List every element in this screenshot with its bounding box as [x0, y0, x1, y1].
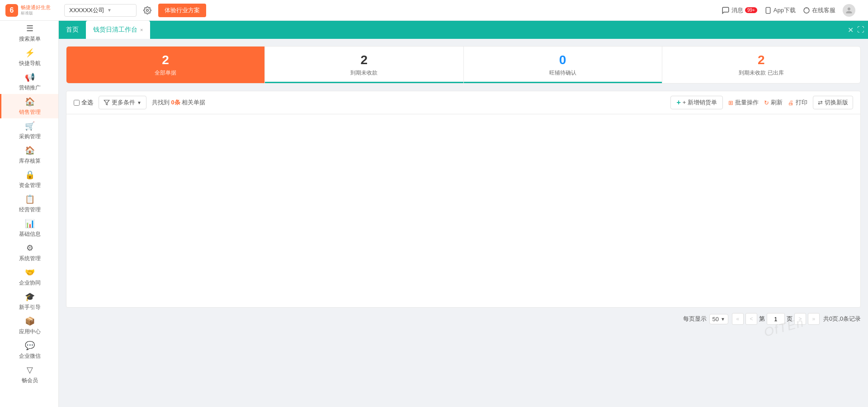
company-name: XXXXXX公司	[69, 6, 104, 14]
batch-operations-btn[interactable]: ⊞ 批量操作	[728, 98, 759, 107]
sidebar-item-inventory[interactable]: 🏠 库存核算	[0, 143, 58, 167]
page-suffix: 页	[787, 315, 793, 323]
online-service-btn[interactable]: 在线客服	[803, 6, 835, 14]
prev-page-btn[interactable]: <	[745, 313, 757, 325]
sidebar-label-purchase: 采购管理	[19, 133, 41, 140]
avatar[interactable]	[843, 4, 855, 17]
logo-area: 6 畅捷通好生意 标准版	[5, 4, 64, 17]
sidebar-label-enterprise: 企业协同	[19, 279, 41, 287]
logo-text-group: 畅捷通好生意 标准版	[21, 4, 51, 16]
sidebar-label-finance: 资金管理	[19, 182, 41, 189]
stat-card-overdue[interactable]: 2 到期未收款	[265, 47, 463, 83]
page-input[interactable]	[767, 313, 785, 325]
svg-rect-1	[766, 7, 770, 13]
stat-card-all[interactable]: 2 全部单据	[66, 47, 265, 83]
sidebar-item-sales[interactable]: 🏠 销售管理	[0, 94, 58, 118]
svg-point-0	[146, 9, 149, 11]
per-page-select[interactable]: 50 ▼	[709, 314, 728, 324]
page-nav: « < 第 页 > »	[732, 313, 820, 325]
logo-text: 畅捷通好生意	[21, 4, 51, 10]
page-label: 第	[759, 315, 765, 323]
sidebar-label-base-info: 基础信息	[19, 230, 41, 238]
checkbox-all-input[interactable]	[74, 100, 80, 106]
sidebar-item-enterprise-wechat[interactable]: 💬 企业微信	[0, 338, 58, 362]
sidebar-item-marketing[interactable]: 📢 营销推广	[0, 70, 58, 94]
sidebar-label-app-center: 应用中心	[19, 328, 41, 336]
sidebar-item-enterprise[interactable]: 🤝 企业协同	[0, 265, 58, 289]
print-btn[interactable]: 🖨 打印	[788, 98, 807, 107]
switch-icon: ⇄	[818, 99, 823, 106]
sidebar-item-search[interactable]: ☰ 搜索菜单	[0, 21, 58, 45]
add-btn-label: + 新增销货单	[683, 98, 717, 107]
sidebar-item-system[interactable]: ⚙ 系统管理	[0, 240, 58, 265]
total-text: 共0页,0条记录	[823, 315, 861, 323]
print-icon: 🖨	[788, 99, 794, 106]
tab-minimize-icon[interactable]: ✕	[848, 26, 854, 34]
sidebar-item-finance[interactable]: 🔒 资金管理	[0, 167, 58, 192]
industry-btn[interactable]: 体验行业方案	[158, 4, 206, 17]
plus-icon: +	[676, 98, 680, 107]
print-label: 打印	[796, 98, 807, 107]
prev-page-icon: <	[750, 316, 753, 322]
select-all-checkbox[interactable]: 全选	[74, 98, 93, 107]
sales-icon: 🏠	[25, 97, 35, 107]
refresh-btn[interactable]: ↻ 刷新	[764, 98, 783, 107]
tab-maximize-icon[interactable]: ⛶	[857, 26, 864, 34]
sidebar-label-operations: 经营管理	[19, 206, 41, 214]
sidebar-item-quick-nav[interactable]: ⚡ 快捷导航	[0, 45, 58, 70]
stat-label-overdue: 到期未收款	[274, 69, 454, 77]
sidebar-item-operations[interactable]: 📋 经营管理	[0, 192, 58, 216]
finance-icon: 🔒	[25, 170, 35, 180]
tab-cash-flow[interactable]: 钱货日清工作台 ×	[86, 21, 150, 39]
toolbar: 全选 更多条件 ▼ 共找到 0条 相关单据 + + 新增销货单	[66, 91, 860, 114]
stat-label-unshipped: 到期未收款 已出库	[671, 69, 851, 77]
first-page-btn[interactable]: «	[732, 313, 744, 325]
stat-card-unshipped[interactable]: 2 到期未收款 已出库	[662, 47, 860, 83]
sidebar: ☰ 搜索菜单 ⚡ 快捷导航 📢 营销推广 🏠 销售管理 🛒 采购管理 🏠 库存核…	[0, 0, 59, 407]
sidebar-label-quick-nav: 快捷导航	[19, 60, 41, 67]
last-page-btn[interactable]: »	[808, 313, 820, 325]
company-selector[interactable]: XXXXXX公司 ▼	[64, 4, 137, 17]
inventory-icon: 🏠	[25, 145, 35, 155]
search-menu-icon: ☰	[26, 23, 33, 33]
batch-label: 批量操作	[735, 98, 759, 107]
header-right: 消息 99+ App下载 在线客服	[722, 4, 863, 17]
sidebar-label-inventory: 库存核算	[19, 157, 41, 165]
main-content: 2 全部单据 2 到期未收款 0 旺辅待确认 2 到期未收款 已出库 全选	[59, 39, 868, 407]
base-info-icon: 📊	[25, 219, 35, 229]
last-page-icon: »	[812, 316, 816, 322]
switch-version-btn[interactable]: ⇄ 切换新版	[813, 96, 853, 109]
sidebar-label-sales: 销售管理	[19, 108, 41, 116]
nav-tabs-right: ✕ ⛶	[848, 26, 868, 34]
app-center-icon: 📦	[25, 316, 35, 326]
filter-icon	[104, 99, 110, 106]
stat-card-wangpu[interactable]: 0 旺辅待确认	[464, 47, 662, 83]
stat-label-all: 全部单据	[75, 69, 255, 77]
stat-number-wangpu: 0	[473, 53, 653, 67]
filter-btn[interactable]: 更多条件 ▼	[99, 96, 146, 109]
sidebar-label-system: 系统管理	[19, 255, 41, 262]
chevron-down-icon: ▼	[107, 8, 112, 13]
sidebar-label-marketing: 营销推广	[19, 84, 41, 92]
member-icon: ▽	[27, 365, 33, 375]
app-download-btn[interactable]: App下载	[764, 6, 796, 14]
table-area: 全选 更多条件 ▼ 共找到 0条 相关单据 + + 新增销货单	[66, 91, 861, 308]
sidebar-item-guide[interactable]: 🎓 新手引导	[0, 289, 58, 313]
tab-home[interactable]: 首页	[59, 21, 86, 39]
stat-number-unshipped: 2	[671, 53, 851, 67]
add-sales-order-btn[interactable]: + + 新增销货单	[670, 96, 723, 109]
sidebar-item-member[interactable]: ▽ 畅会员	[0, 362, 58, 387]
sidebar-item-app-center[interactable]: 📦 应用中心	[0, 313, 58, 338]
marketing-icon: 📢	[25, 72, 35, 82]
settings-button[interactable]	[140, 3, 155, 18]
sidebar-item-base-info[interactable]: 📊 基础信息	[0, 216, 58, 240]
next-page-btn[interactable]: >	[794, 313, 806, 325]
sidebar-item-purchase[interactable]: 🛒 采购管理	[0, 118, 58, 143]
per-page: 每页显示 50 ▼	[683, 314, 728, 324]
message-badge: 99+	[745, 7, 757, 13]
stats-row: 2 全部单据 2 到期未收款 0 旺辅待确认 2 到期未收款 已出库	[66, 46, 861, 84]
close-tab-icon[interactable]: ×	[140, 27, 143, 33]
toolbar-right: + + 新增销货单 ⊞ 批量操作 ↻ 刷新 🖨 打印 ⇄ 切换新版	[670, 96, 853, 109]
message-btn[interactable]: 消息 99+	[722, 6, 757, 14]
refresh-icon: ↻	[764, 99, 769, 106]
